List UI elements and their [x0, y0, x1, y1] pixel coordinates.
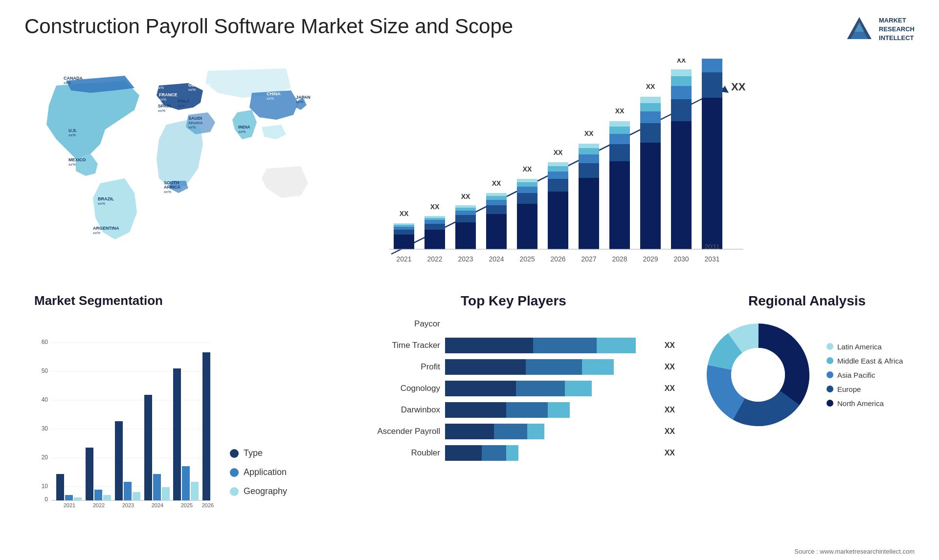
svg-rect-59: [486, 214, 507, 249]
svg-text:XX: XX: [523, 165, 532, 173]
svg-rect-141: [153, 474, 161, 500]
player-bar-container: [445, 359, 656, 375]
middle-east-dot: [827, 357, 833, 364]
app-dot: [230, 468, 239, 477]
player-xx: XX: [665, 363, 675, 371]
svg-text:XX: XX: [646, 83, 655, 90]
svg-rect-46: [425, 224, 445, 230]
player-xx: XX: [665, 427, 675, 436]
legend-geography: Geography: [230, 486, 287, 496]
svg-rect-45: [425, 230, 445, 249]
donut-legend: Latin America Middle East & Africa Asia …: [827, 343, 903, 408]
bar-seg2: [526, 359, 582, 375]
svg-rect-76: [548, 166, 568, 172]
logo-box: MARKET RESEARCH INTELLECT: [845, 15, 915, 44]
player-row: Profit XX: [352, 359, 675, 375]
bar-seg1: [445, 445, 482, 461]
svg-text:40: 40: [42, 396, 48, 403]
legend-asia-pacific: Asia Pacific: [827, 371, 903, 379]
svg-text:AFRICA: AFRICA: [164, 185, 180, 190]
svg-rect-88: [609, 144, 630, 161]
bar-seg1: [445, 424, 494, 439]
svg-text:xx%: xx%: [156, 86, 164, 90]
bar-seg1: [445, 359, 526, 375]
legend-latin-america: Latin America: [827, 343, 903, 351]
svg-rect-83: [579, 148, 599, 154]
svg-rect-53: [455, 215, 476, 222]
svg-text:2022: 2022: [93, 502, 105, 508]
svg-rect-38: [394, 235, 414, 249]
svg-rect-108: [702, 98, 722, 249]
asia-pacific-label: Asia Pacific: [837, 371, 875, 379]
svg-text:xx%: xx%: [68, 162, 76, 167]
svg-text:ARABIA: ARABIA: [188, 121, 203, 125]
svg-text:2029: 2029: [643, 255, 658, 263]
player-xx: XX: [665, 341, 675, 350]
svg-rect-70: [517, 179, 537, 182]
svg-text:CHINA: CHINA: [267, 91, 281, 96]
player-bar-container: [445, 316, 675, 332]
svg-text:MEXICO: MEXICO: [68, 157, 86, 162]
svg-rect-138: [133, 492, 140, 500]
svg-text:30: 30: [42, 425, 48, 432]
svg-point-157: [731, 348, 785, 402]
svg-rect-89: [609, 134, 630, 144]
svg-text:U.K.: U.K.: [156, 81, 165, 86]
svg-rect-98: [640, 97, 661, 103]
svg-text:2024: 2024: [489, 255, 504, 263]
svg-rect-149: [202, 352, 210, 500]
seg-chart-svg: 60 50 40 30 20 10 0: [34, 335, 220, 511]
svg-text:2026: 2026: [550, 255, 565, 263]
asia-pacific-dot: [827, 371, 833, 378]
svg-rect-67: [517, 193, 537, 204]
svg-rect-87: [609, 161, 630, 249]
svg-text:2031: 2031: [704, 243, 719, 251]
svg-rect-74: [548, 179, 568, 192]
svg-text:xx%: xx%: [178, 104, 185, 108]
legend-middle-east-africa: Middle East & Africa: [827, 357, 903, 365]
svg-text:ARGENTINA: ARGENTINA: [93, 226, 119, 231]
latin-america-label: Latin America: [837, 343, 882, 351]
svg-text:XX: XX: [400, 210, 409, 217]
svg-rect-129: [65, 495, 73, 500]
donut-container: Latin America Middle East & Africa Asia …: [699, 316, 915, 433]
source-text: Source : www.marketresearchintellect.com: [794, 548, 915, 555]
svg-rect-110: [702, 59, 722, 72]
svg-rect-42: [394, 223, 414, 225]
type-label: Type: [244, 448, 263, 458]
player-row: Cognology XX: [352, 381, 675, 396]
svg-rect-82: [579, 154, 599, 163]
player-xx: XX: [665, 384, 675, 393]
svg-rect-49: [425, 216, 445, 218]
page-title: Construction Payroll Software Market Siz…: [24, 15, 513, 38]
svg-rect-128: [56, 474, 64, 500]
latin-america-dot: [827, 343, 833, 350]
svg-text:xx%: xx%: [188, 87, 196, 92]
svg-text:0: 0: [45, 496, 48, 503]
svg-text:xx%: xx%: [98, 201, 105, 206]
svg-rect-66: [517, 204, 537, 249]
svg-rect-60: [486, 205, 507, 214]
legend-application: Application: [230, 467, 287, 477]
svg-rect-41: [394, 225, 414, 227]
svg-text:xx%: xx%: [68, 133, 76, 137]
geo-label: Geography: [244, 486, 287, 496]
players-list: Paycor Time Tracker XX: [352, 316, 675, 461]
svg-text:XX: XX: [615, 107, 625, 115]
svg-text:2023: 2023: [122, 502, 134, 508]
logo-text: MARKET RESEARCH INTELLECT: [879, 16, 915, 43]
bar-seg1: [445, 338, 533, 353]
svg-text:2027: 2027: [581, 255, 596, 263]
svg-rect-56: [455, 205, 476, 208]
svg-rect-144: [173, 368, 181, 500]
svg-text:XX: XX: [492, 179, 501, 187]
player-name: Profit: [352, 362, 440, 372]
north-america-dot: [827, 400, 833, 407]
svg-rect-102: [671, 99, 692, 121]
svg-text:XX: XX: [430, 203, 440, 211]
player-bar-container: [445, 381, 656, 396]
player-bar-container: [445, 424, 656, 439]
player-row: Roubler XX: [352, 445, 675, 461]
svg-text:SPAIN: SPAIN: [158, 104, 171, 108]
svg-text:2025: 2025: [181, 502, 193, 508]
